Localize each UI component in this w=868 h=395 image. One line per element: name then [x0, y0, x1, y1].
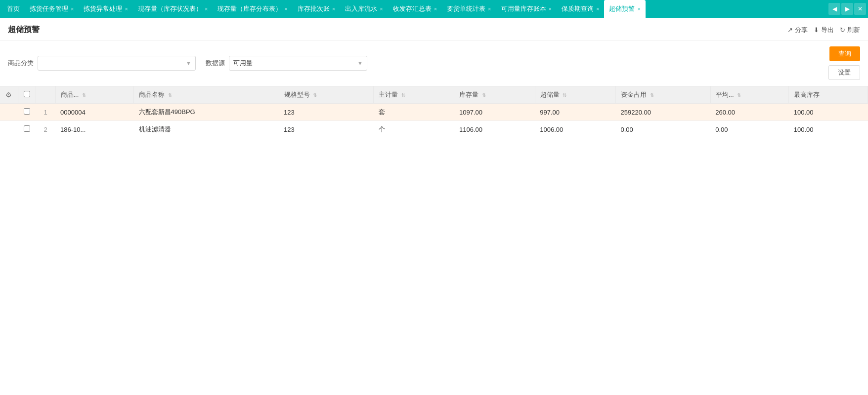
filter-buttons: 查询 设置	[828, 46, 860, 80]
page-content: 超储预警 ↗ 分享 ⬇ 导出 ↻ 刷新 商品分类 ▼ 数据源	[0, 18, 868, 395]
nav-close-inventory-status[interactable]: ×	[205, 6, 208, 12]
col-inventory[interactable]: 库存量 ⇅	[454, 86, 535, 104]
nav-close-overstock-alert[interactable]: ×	[637, 6, 640, 12]
col-max-inventory[interactable]: 最高库存	[789, 86, 868, 104]
nav-item-inventory-status[interactable]: 现存量（库存状况表） ×	[133, 0, 213, 18]
nav-item-home[interactable]: 首页	[2, 0, 25, 18]
row-product-code-1: 186-10...	[55, 121, 134, 138]
nav-close-inventory-dist[interactable]: ×	[284, 6, 287, 12]
refresh-icon: ↻	[840, 26, 845, 34]
row-overstock-1: 1006.00	[535, 121, 615, 138]
row-checkbox-cell-0	[18, 104, 36, 121]
col-unit[interactable]: 主计量 ⇅	[374, 86, 454, 104]
nav-close-cargo-task[interactable]: ×	[71, 6, 74, 12]
table-header-row: ⚙ 商品... ⇅ 商品名称 ⇅ 规格型号	[0, 86, 868, 104]
nav-arrow-close-btn[interactable]: ✕	[854, 3, 866, 15]
row-max-inventory-0: 100.00	[789, 104, 868, 121]
page-header: 超储预警 ↗ 分享 ⬇ 导出 ↻ 刷新	[0, 18, 868, 40]
row-capital-1: 0.00	[615, 121, 710, 138]
col-row-num	[36, 86, 55, 104]
col-product-code[interactable]: 商品... ⇅	[55, 86, 134, 104]
row-avg-1: 0.00	[710, 121, 789, 138]
sort-icon-product-code: ⇅	[82, 92, 86, 98]
data-table: ⚙ 商品... ⇅ 商品名称 ⇅ 规格型号	[0, 86, 868, 138]
row-product-code-0: 0000004	[55, 104, 134, 121]
filter-bar: 商品分类 ▼ 数据源 可用量 ▼ 查询 设置	[0, 40, 868, 86]
row-settings-0	[0, 104, 18, 121]
category-label: 商品分类	[8, 59, 34, 68]
nav-item-inout-flow[interactable]: 出入库流水 ×	[340, 0, 388, 18]
nav-item-quality-check[interactable]: 保质期查询 ×	[557, 0, 604, 18]
top-nav: 首页 拣货任务管理 × 拣货异常处理 × 现存量（库存状况表） × 现存量（库存…	[0, 0, 868, 18]
col-settings: ⚙	[0, 86, 18, 104]
nav-close-quality-check[interactable]: ×	[596, 6, 599, 12]
refresh-button[interactable]: ↻ 刷新	[840, 26, 860, 35]
nav-item-cargo-task[interactable]: 拣货任务管理 ×	[25, 0, 79, 18]
nav-item-cargo-abnormal[interactable]: 拣货异常处理 ×	[79, 0, 132, 18]
row-spec-1: 123	[279, 121, 374, 138]
nav-item-order-stats[interactable]: 要货单统计表 ×	[442, 0, 496, 18]
row-product-name-0: 六配套新昌490BPG	[134, 104, 279, 121]
col-checkbox	[18, 86, 36, 104]
nav-item-inventory-dist[interactable]: 现存量（库存分布表） ×	[213, 0, 292, 18]
sort-icon-product-name: ⇅	[168, 92, 172, 98]
table-container: ⚙ 商品... ⇅ 商品名称 ⇅ 规格型号	[0, 86, 868, 138]
category-select[interactable]: ▼	[38, 56, 196, 71]
datasource-filter: 数据源 可用量 ▼	[206, 56, 367, 71]
row-unit-1: 个	[374, 121, 454, 138]
row-inventory-1: 1106.00	[454, 121, 535, 138]
nav-item-available-account[interactable]: 可用量库存账本 ×	[496, 0, 557, 18]
nav-close-order-stats[interactable]: ×	[488, 6, 491, 12]
row-product-name-1: 机油滤清器	[134, 121, 279, 138]
datasource-label: 数据源	[206, 59, 225, 68]
sort-icon-inventory: ⇅	[482, 92, 486, 98]
row-checkbox-0[interactable]	[24, 108, 30, 115]
row-num-1: 2	[36, 121, 55, 138]
row-checkbox-1[interactable]	[24, 125, 30, 132]
row-settings-1	[0, 121, 18, 138]
share-icon: ↗	[787, 26, 793, 34]
category-chevron-down-icon: ▼	[186, 60, 191, 66]
share-button[interactable]: ↗ 分享	[787, 26, 808, 35]
col-capital[interactable]: 资金占用 ⇅	[615, 86, 710, 104]
gear-icon[interactable]: ⚙	[5, 91, 12, 99]
row-inventory-0: 1097.00	[454, 104, 535, 121]
row-unit-0: 套	[374, 104, 454, 121]
sort-icon-overstock: ⇅	[563, 92, 566, 98]
col-product-name[interactable]: 商品名称 ⇅	[134, 86, 279, 104]
col-spec[interactable]: 规格型号 ⇅	[279, 86, 374, 104]
nav-arrow-right-btn[interactable]: ▶	[841, 3, 853, 15]
nav-arrow-left-btn[interactable]: ◀	[828, 3, 840, 15]
sort-icon-spec: ⇅	[313, 92, 317, 98]
row-max-inventory-1: 100.00	[789, 121, 868, 138]
col-avg[interactable]: 平均... ⇅	[710, 86, 789, 104]
datasource-select-value: 可用量	[233, 59, 253, 68]
col-overstock[interactable]: 超储量 ⇅	[535, 86, 615, 104]
nav-item-overstock-alert[interactable]: 超储预警 ×	[604, 0, 645, 18]
settings-button[interactable]: 设置	[828, 65, 860, 80]
sort-icon-unit: ⇅	[401, 92, 405, 98]
nav-arrows: ◀ ▶ ✕	[828, 3, 866, 15]
row-checkbox-cell-1	[18, 121, 36, 138]
nav-item-collect-summary[interactable]: 收发存汇总表 ×	[388, 0, 442, 18]
datasource-select[interactable]: 可用量 ▼	[229, 56, 367, 71]
select-all-checkbox[interactable]	[24, 91, 30, 97]
query-button[interactable]: 查询	[829, 46, 860, 61]
sort-icon-capital: ⇅	[650, 92, 654, 98]
category-filter: 商品分类 ▼	[8, 56, 196, 71]
export-icon: ⬇	[814, 26, 819, 34]
row-capital-0: 259220.00	[615, 104, 710, 121]
table-row: 1 0000004 六配套新昌490BPG 123 套 1097.00 997.…	[0, 104, 868, 121]
row-avg-0: 260.00	[710, 104, 789, 121]
nav-close-inventory-batch[interactable]: ×	[332, 6, 335, 12]
export-button[interactable]: ⬇ 导出	[814, 26, 834, 35]
row-num-0: 1	[36, 104, 55, 121]
datasource-chevron-down-icon: ▼	[357, 60, 363, 66]
nav-close-collect-summary[interactable]: ×	[434, 6, 437, 12]
nav-close-inout-flow[interactable]: ×	[380, 6, 383, 12]
nav-close-available-account[interactable]: ×	[549, 6, 552, 12]
nav-close-cargo-abnormal[interactable]: ×	[125, 6, 128, 12]
row-spec-0: 123	[279, 104, 374, 121]
row-overstock-0: 997.00	[535, 104, 615, 121]
nav-item-inventory-batch[interactable]: 库存批次账 ×	[293, 0, 340, 18]
